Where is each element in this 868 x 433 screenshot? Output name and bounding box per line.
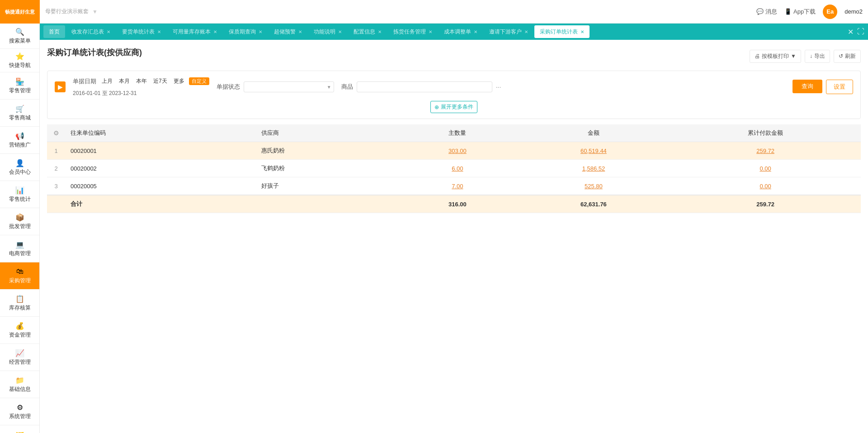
tab-pick-task[interactable]: 拣货任务管理 ✕ (388, 25, 438, 38)
tab-cost-adjust[interactable]: 成本调整单 ✕ (439, 25, 483, 38)
filter-row-main: ▶ 单据日期 上月 本月 本年 近7天 更多 自定义 (55, 76, 853, 97)
sidebar-item-purchase[interactable]: 🛍 采购管理 (0, 262, 39, 290)
tab-feature-desc[interactable]: 功能说明 ✕ (308, 25, 347, 38)
row-2-quantity[interactable]: 6.00 (398, 160, 517, 177)
filter-date-range: 2016-01-01 至 2023-12-31 (73, 90, 209, 97)
refresh-btn[interactable]: ↺ 刷新 (834, 50, 861, 63)
sidebar-item-quicknav[interactable]: ⭐ 快捷导航 (0, 49, 39, 72)
filter-toggle-btn[interactable]: ▶ (55, 81, 66, 92)
footer-paid: 259.72 (670, 195, 861, 213)
breadcrumb-arrow: ▼ (92, 9, 98, 15)
sidebar-logo: 畅捷通好生意 (0, 0, 40, 24)
sidebar-item-operations[interactable]: 📈 经营管理 (0, 344, 39, 371)
row-3-amount[interactable]: 525.80 (517, 177, 670, 195)
tab-maximize-btn[interactable]: ⛶ (857, 28, 864, 36)
row-3-quantity[interactable]: 7.00 (398, 177, 517, 195)
tab-cost-adjust-close[interactable]: ✕ (474, 29, 477, 34)
tab-close-all-btn[interactable]: ✕ (848, 28, 854, 36)
row-3-paid[interactable]: 0.00 (670, 177, 861, 195)
date-opt-more[interactable]: 更多 (172, 76, 186, 86)
tab-config[interactable]: 配置信息 ✕ (348, 25, 387, 38)
retail-mgmt-label: 零售管理 (9, 87, 31, 95)
sidebar-item-ecommerce[interactable]: 💻 电商管理 (0, 235, 39, 262)
finance-icon: 💰 (15, 321, 24, 330)
table-row: 1 00020001 惠氏奶粉 303.00 60,519.44 259.72 (47, 142, 861, 160)
row-2-code: 00020002 (65, 160, 256, 177)
marketing-label: 营销推广 (9, 141, 31, 149)
row-1-paid[interactable]: 259.72 (670, 142, 861, 160)
search-icon: 🔍 (15, 27, 24, 36)
sidebar-item-search[interactable]: 🔍 搜索菜单 (0, 24, 39, 49)
logo-text: 畅捷通好生意 (5, 9, 35, 15)
filter-goods-section: 商品 ··· (341, 81, 501, 92)
tab-overstock-warning-close[interactable]: ✕ (298, 29, 302, 34)
app-download-btn[interactable]: 📱 App下载 (784, 8, 816, 16)
tab-purchase-order-stats-label: 采购订单统计表 (540, 28, 578, 36)
gear-icon[interactable]: ⚙ (53, 129, 59, 137)
sidebar-item-retail-mgmt[interactable]: 🏪 零售管理 (0, 72, 39, 100)
tab-invite-customer-label: 邀请下游客户 (489, 28, 522, 36)
query-btn[interactable]: 查询 (793, 80, 822, 93)
row-1-quantity[interactable]: 303.00 (398, 142, 517, 160)
tab-stock-summary-close[interactable]: ✕ (107, 29, 110, 34)
tab-invite-customer-close[interactable]: ✕ (524, 29, 528, 34)
sidebar-item-system[interactable]: ⚙ 系统管理 (0, 398, 39, 425)
date-custom-badge[interactable]: 自定义 (189, 77, 209, 85)
tab-overstock-warning[interactable]: 超储预警 ✕ (269, 25, 307, 38)
row-2-amount[interactable]: 1,586.52 (517, 160, 670, 177)
date-opt-this-month[interactable]: 本月 (117, 76, 132, 86)
message-btn[interactable]: 💬 消息 (756, 8, 777, 16)
tab-invite-customer[interactable]: 邀请下游客户 ✕ (484, 25, 533, 38)
sidebar-item-finance[interactable]: 💰 资金管理 (0, 317, 39, 344)
tab-available-stock-close[interactable]: ✕ (213, 29, 217, 34)
row-1-amount[interactable]: 60,519.44 (517, 142, 670, 160)
message-label: 消息 (765, 8, 777, 16)
goods-input-more-btn[interactable]: ··· (496, 83, 501, 90)
tab-home[interactable]: 首页 (43, 25, 65, 38)
tab-purchase-stats-close[interactable]: ✕ (157, 29, 161, 34)
row-1-supplier: 惠氏奶粉 (256, 142, 398, 160)
sidebar-quicknav-label: 快捷导航 (9, 62, 31, 69)
settings-btn[interactable]: 设置 (826, 80, 853, 94)
sidebar-item-inventory[interactable]: 📋 库存核算 (0, 290, 39, 317)
sidebar-item-basic-info[interactable]: 📁 基础信息 (0, 371, 39, 398)
tab-config-close[interactable]: ✕ (378, 29, 382, 34)
system-label: 系统管理 (9, 413, 31, 420)
sidebar-item-retail-store[interactable]: 🛒 零售商城 (0, 100, 39, 127)
inventory-icon: 📋 (15, 294, 24, 303)
status-select[interactable] (244, 81, 334, 92)
tab-stock-summary[interactable]: 收发存汇总表 ✕ (66, 25, 116, 38)
sidebar-item-retail-stats[interactable]: 📊 零售统计 (0, 181, 39, 208)
retail-store-label: 零售商城 (9, 114, 31, 122)
filter-date-section: 单据日期 上月 本月 本年 近7天 更多 自定义 2016-01-01 至 20… (73, 76, 209, 97)
expand-more-btn[interactable]: ⊕ 展开更多条件 (430, 101, 477, 113)
export-btn[interactable]: ↓ 导出 (805, 50, 830, 63)
sidebar-item-enterprise-collab[interactable]: 🤝 企业协同 (0, 425, 39, 433)
user-avatar[interactable]: Ea (823, 5, 837, 19)
status-filter-label: 单据状态 (217, 83, 240, 91)
tab-purchase-order-stats-close[interactable]: ✕ (580, 29, 584, 34)
sidebar-item-members[interactable]: 👤 会员中心 (0, 154, 39, 181)
enterprise-collab-icon: 🤝 (15, 430, 24, 433)
tab-purchase-stats[interactable]: 要货单统计表 ✕ (117, 25, 166, 38)
data-table: ⚙ 往来单位编码 供应商 主数量 金额 累计付款金额 1 00020001 惠氏… (47, 124, 861, 213)
date-opt-7days[interactable]: 近7天 (151, 76, 169, 86)
tab-feature-desc-label: 功能说明 (314, 28, 335, 36)
row-2-paid[interactable]: 0.00 (670, 160, 861, 177)
sidebar-item-marketing[interactable]: 📢 营销推广 (0, 127, 39, 154)
tab-available-stock[interactable]: 可用量库存账本 ✕ (167, 25, 222, 38)
date-opt-last-month[interactable]: 上月 (100, 76, 114, 86)
tab-purchase-order-stats[interactable]: 采购订单统计表 ✕ (534, 25, 590, 38)
tab-shelf-life[interactable]: 保质期查询 ✕ (223, 25, 268, 38)
message-icon: 💬 (756, 8, 764, 15)
sidebar-item-wholesale[interactable]: 📦 批发管理 (0, 208, 39, 235)
template-print-btn[interactable]: 🖨 按模板打印 ▼ (750, 50, 801, 63)
date-opt-this-year[interactable]: 本年 (134, 76, 149, 86)
members-label: 会员中心 (9, 168, 31, 176)
page-title: 采购订单统计表(按供应商) (47, 47, 142, 58)
tab-shelf-life-close[interactable]: ✕ (259, 29, 262, 34)
tab-feature-desc-close[interactable]: ✕ (338, 29, 342, 34)
goods-input[interactable] (357, 81, 492, 92)
tab-pick-task-close[interactable]: ✕ (429, 29, 432, 34)
filter-date-options: 上月 本月 本年 近7天 更多 自定义 (100, 76, 209, 86)
